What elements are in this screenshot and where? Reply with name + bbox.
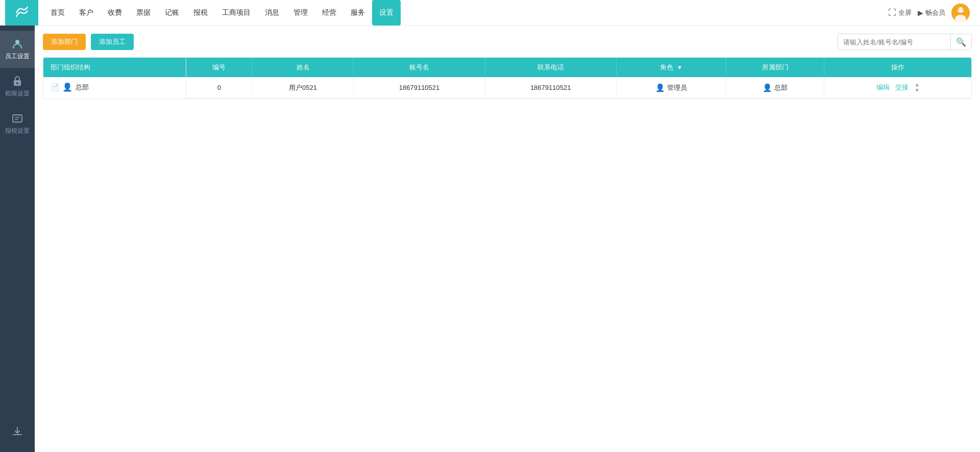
search-button[interactable]: 🔍 — [950, 34, 971, 50]
nav-operation[interactable]: 经营 — [315, 0, 344, 26]
sidebar-label-employee: 员工设置 — [5, 52, 30, 61]
nav-client[interactable]: 客户 — [72, 0, 101, 26]
add-emp-button[interactable]: 添加员工 — [91, 34, 134, 50]
dept-tree-item[interactable]: 📄 👤 总部 — [43, 77, 186, 97]
sidebar-download[interactable] — [0, 419, 35, 446]
cell-account: 18679110521 — [354, 77, 485, 99]
nav-biz[interactable]: 工商项目 — [215, 0, 258, 26]
cell-phone: 18679110521 — [485, 77, 616, 99]
svg-point-4 — [962, 8, 964, 10]
col-id: 编号 — [186, 58, 252, 77]
svg-point-3 — [958, 8, 960, 10]
toolbar: 添加部门 添加员工 🔍 — [43, 34, 972, 50]
person-settings-icon — [11, 38, 23, 50]
scroll-controls: ▲ ▼ — [913, 82, 922, 93]
sidebar-item-permission[interactable]: 权限设置 — [0, 68, 35, 105]
fullscreen-button[interactable]: ⛶ 全屏 — [888, 8, 912, 17]
cell-dept: 👤 总部 — [726, 77, 824, 99]
col-dept: 所属部门 — [726, 58, 824, 77]
table-header-row: 编号 姓名 账号名 联系电话 角色 ▼ 所属部门 操作 — [186, 58, 971, 77]
cell-role: 👤 管理员 — [616, 77, 726, 99]
col-phone: 联系电话 — [485, 58, 616, 77]
dept-label: 总部 — [774, 83, 788, 92]
dept-person-icon: 👤 — [62, 82, 72, 92]
fullscreen-icon: ⛶ — [888, 8, 896, 17]
add-dept-button[interactable]: 添加部门 — [43, 34, 86, 50]
avatar[interactable] — [951, 4, 970, 22]
sidebar: 员工设置 权限设置 报税设置 — [0, 26, 35, 452]
col-account: 账号名 — [354, 58, 485, 77]
sidebar-label-taxsettings: 报税设置 — [5, 127, 30, 135]
member-icon: ▶ — [918, 9, 923, 17]
table-row: 0 用户0521 18679110521 18679110521 👤 管理员 — [186, 77, 971, 99]
scroll-down-icon[interactable]: ▼ — [915, 88, 920, 93]
sidebar-item-employee[interactable]: 员工设置 — [0, 31, 35, 68]
nav-settings[interactable]: 设置 — [372, 0, 401, 26]
nav-fee[interactable]: 收费 — [101, 0, 129, 26]
search-input[interactable] — [838, 38, 950, 46]
nav-service[interactable]: 服务 — [344, 0, 372, 26]
transfer-button[interactable]: 交接 — [895, 83, 909, 91]
nav-tax[interactable]: 报税 — [186, 0, 215, 26]
logo — [5, 0, 38, 26]
file-icon: 📄 — [51, 83, 59, 91]
nav-manage[interactable]: 管理 — [286, 0, 315, 26]
top-navigation: 首页 客户 收费 票据 记账 报税 工商项目 消息 管理 经营 服务 设置 ⛶ … — [0, 0, 980, 26]
nav-invoice[interactable]: 票据 — [129, 0, 158, 26]
dept-person-icon2: 👤 — [763, 83, 772, 92]
col-role[interactable]: 角色 ▼ — [616, 58, 726, 77]
filter-icon: ▼ — [677, 64, 682, 70]
tax-settings-icon — [11, 112, 23, 125]
sidebar-label-permission: 权限设置 — [5, 89, 30, 98]
nav-items: 首页 客户 收费 票据 记账 报税 工商项目 消息 管理 经营 服务 设置 — [38, 0, 888, 26]
nav-home[interactable]: 首页 — [43, 0, 72, 26]
split-panel: 部门组织结构 📄 👤 总部 编号 姓名 账号名 联系电话 — [43, 57, 972, 99]
search-bar: 🔍 — [838, 34, 972, 50]
svg-point-5 — [15, 40, 19, 44]
scroll-up-icon[interactable]: ▲ — [915, 82, 920, 87]
svg-point-1 — [958, 7, 964, 13]
role-person-icon: 👤 — [655, 83, 665, 92]
col-ops: 操作 — [824, 58, 971, 77]
sidebar-item-taxsettings[interactable]: 报税设置 — [0, 105, 35, 142]
top-nav-right: ⛶ 全屏 ▶ 畅会员 — [888, 4, 975, 22]
sidebar-bottom — [0, 419, 35, 452]
lock-icon — [11, 75, 23, 87]
cell-name: 用户0521 — [252, 77, 354, 99]
content-area: 添加部门 添加员工 🔍 部门组织结构 📄 👤 总部 — [35, 26, 980, 452]
svg-point-7 — [16, 82, 18, 84]
search-icon: 🔍 — [956, 38, 966, 46]
main-layout: 员工设置 权限设置 报税设置 — [0, 26, 980, 452]
svg-rect-8 — [13, 115, 22, 122]
download-icon — [12, 426, 23, 439]
col-role-label: 角色 — [660, 63, 673, 71]
edit-button[interactable]: 编辑 — [876, 83, 890, 91]
member-label: 畅会员 — [925, 8, 945, 17]
nav-accounting[interactable]: 记账 — [158, 0, 186, 26]
dept-tree-header: 部门组织结构 — [43, 58, 186, 77]
member-button[interactable]: ▶ 畅会员 — [918, 8, 945, 17]
cell-operations: 编辑 交接 ▲ ▼ — [824, 77, 971, 99]
dept-tree: 部门组织结构 📄 👤 总部 — [43, 58, 186, 99]
fullscreen-label: 全屏 — [898, 8, 912, 17]
dept-name: 总部 — [76, 83, 89, 92]
nav-message[interactable]: 消息 — [258, 0, 286, 26]
role-label: 管理员 — [667, 83, 687, 92]
col-name: 姓名 — [252, 58, 354, 77]
employee-table: 编号 姓名 账号名 联系电话 角色 ▼ 所属部门 操作 — [186, 58, 971, 99]
cell-id: 0 — [186, 77, 252, 99]
